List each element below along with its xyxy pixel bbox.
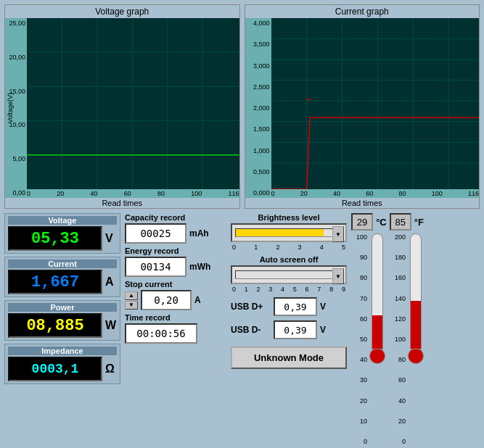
voltage-graph-title: Voltage graph [5,5,239,18]
power-display: 08,885 [8,313,102,338]
fahrenheit-bulb [408,348,424,364]
celsius-thermometer: 100 90 80 70 60 50 40 30 20 10 0 [351,233,385,445]
thermometers-container: 100 90 80 70 60 50 40 30 20 10 0 [351,233,424,445]
auto-screen-numbers: 0 1 2 3 4 5 6 7 8 9 [231,286,347,293]
usb-dm-row: USB D- V [231,320,347,339]
brightness-dropdown[interactable]: ▼ [332,226,344,242]
auto-screen-slider-container[interactable]: ▼ [231,265,347,284]
current-unit: A [105,275,117,289]
current-graph-container: Current graph 4,000 3,500 3,000 2,500 2,… [245,4,480,209]
celsius-tube-container [369,233,385,445]
fahrenheit-fill [411,301,421,349]
stop-current-unit: A [194,295,201,305]
energy-record-group: Energy record mWh [125,246,226,277]
power-unit: W [105,319,117,332]
voltage-display: 05,33 [8,226,102,251]
energy-input-row: mWh [125,257,226,277]
current-meter: Current 1,667 A [4,257,120,297]
brightness-slider-container[interactable]: ▼ [231,223,347,242]
unknown-mode-button[interactable]: Unknown Mode [231,347,347,369]
spin-buttons: ▲ ▼ [125,291,138,310]
voltage-label: Voltage [8,216,117,225]
current-x-label: Read times [245,198,480,208]
usb-dm-unit: V [320,325,326,335]
voltage-x-axis: 0 20 40 60 80 100 116 [27,189,239,198]
current-graph-title: Current graph [245,5,480,18]
current-x-axis: 0 20 40 60 80 100 116 [271,189,480,198]
capacity-label: Capacity record [125,213,226,222]
controls-section: Voltage 05,33 V Current 1,667 A Power 08… [0,210,484,448]
stop-current-label: Stop current [125,280,226,289]
power-label: Power [8,303,117,312]
brightness-section: Brightness level ▼ 0 1 2 3 4 5 [231,213,347,251]
impedance-display: 0003,1 [8,357,102,381]
energy-input[interactable] [125,257,186,277]
spin-up-button[interactable]: ▲ [125,291,138,300]
energy-label: Energy record [125,246,226,255]
usb-dp-label: USB D+ [231,302,271,312]
middle-panel: Capacity record mAh Energy record mWh St… [125,213,226,445]
auto-screen-dropdown[interactable]: ▼ [332,268,344,284]
current-plot-area [271,18,480,189]
fahrenheit-unit: °F [414,217,424,228]
graphs-section: Voltage graph 25,00 20,00 15,00 10,00 5,… [0,0,484,210]
voltage-graph-wrapper: 25,00 20,00 15,00 10,00 5,00 0,00 Voltag… [5,18,239,198]
celsius-bulb [369,348,385,364]
auto-screen-slider-track [235,270,343,279]
fahrenheit-tube-container [407,233,424,445]
voltage-y-label: Voltage(V) [7,93,14,123]
voltage-value-row: 05,33 V [8,226,117,251]
brightness-slider-track [235,228,343,237]
stop-current-group: Stop current ▲ ▼ A [125,280,226,310]
usb-dp-row: USB D+ V [231,297,347,316]
right-panel: 29 °C 85 °F 100 90 80 70 60 50 40 3 [351,213,424,445]
voltage-svg [27,18,239,189]
capacity-input-row: mAh [125,223,226,244]
spin-down-button[interactable]: ▼ [125,301,138,310]
celsius-tube [372,233,383,349]
voltage-unit: V [105,232,117,245]
fahrenheit-value-box: 85 [390,213,411,231]
celsius-value-box: 29 [351,213,373,231]
celsius-labels: 100 90 80 70 60 50 40 30 20 10 0 [351,233,367,445]
voltage-x-label: Read times [5,198,239,208]
brightness-label: Brightness level [231,213,347,222]
energy-unit: mWh [189,262,210,272]
celsius-fill [372,315,382,349]
capacity-input[interactable] [125,223,186,244]
voltage-graph-container: Voltage graph 25,00 20,00 15,00 10,00 5,… [4,4,240,209]
time-input-row [125,323,226,344]
fahrenheit-tube [410,233,422,349]
current-y-axis: 4,000 3,500 3,000 2,500 2,000 1,500 1,00… [245,18,271,198]
center-panel: Brightness level ▼ 0 1 2 3 4 5 Auto scre… [231,213,347,445]
usb-dm-input[interactable] [274,320,317,339]
celsius-unit: °C [376,217,387,228]
brightness-numbers: 0 1 2 3 4 5 [231,244,347,251]
power-value-row: 08,885 W [8,313,117,338]
current-display: 1,667 [8,270,102,294]
impedance-unit: Ω [105,362,117,376]
time-record-group: Time record [125,313,226,344]
fahrenheit-thermometer: 200 180 160 140 120 100 80 60 40 20 0 [390,233,424,445]
impedance-meter: Impedance 0003,1 Ω [4,344,120,384]
main-container: Voltage graph 25,00 20,00 15,00 10,00 5,… [0,0,484,448]
stop-current-controls: ▲ ▼ A [125,290,226,310]
power-meter: Power 08,885 W [4,300,120,341]
auto-screen-section: Auto screen off ▼ 0 1 2 3 4 5 6 7 8 9 [231,255,347,293]
usb-dp-input[interactable] [274,297,317,316]
stop-current-input[interactable] [141,290,192,310]
time-label: Time record [125,313,226,322]
impedance-label: Impedance [8,347,117,355]
capacity-unit: mAh [189,228,209,238]
usb-dp-unit: V [320,302,326,312]
left-panel: Voltage 05,33 V Current 1,667 A Power 08… [4,213,120,445]
temp-header: 29 °C 85 °F [351,213,424,231]
current-label: Current [8,260,117,268]
voltage-meter: Voltage 05,33 V [4,213,120,254]
current-svg [271,18,480,189]
time-input[interactable] [125,323,197,344]
auto-screen-label: Auto screen off [231,255,347,264]
impedance-value-row: 0003,1 Ω [8,357,117,381]
voltage-plot-area [27,18,239,189]
current-value-row: 1,667 A [8,270,117,294]
